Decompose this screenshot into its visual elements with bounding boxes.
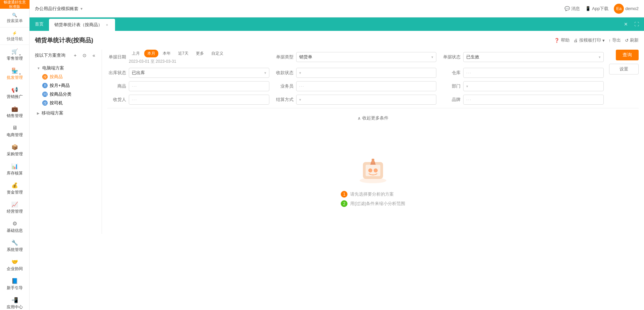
collapse-row: ∧ 收起更多条件: [107, 111, 639, 125]
date-filter-row: 单据日期 上月 本月 本年 近7天 更多 自定义: [107, 50, 269, 64]
doc-type-label: 单据类型: [275, 54, 293, 60]
tip-num-1: 1: [341, 191, 347, 198]
system-icon: 🔧: [11, 239, 18, 246]
tabbar-actions: ✕ ⛶: [621, 19, 644, 29]
topbar-message-btn[interactable]: 💬 消息: [565, 6, 580, 12]
topbar-title-text: 办公用品行业模拟账套: [35, 6, 78, 12]
receipt-status-select[interactable]: ▾: [296, 68, 437, 78]
topbar-user[interactable]: Ea demo2: [614, 4, 639, 14]
tab-close-all-btn[interactable]: ✕: [621, 19, 631, 29]
staff-input[interactable]: ···: [296, 81, 437, 91]
tab-fullscreen-btn[interactable]: ⛶: [632, 19, 641, 29]
product-input[interactable]: ···: [129, 81, 269, 91]
sidebar-item-finance[interactable]: 💰 资金管理: [7, 179, 23, 198]
sidebar-item-purchase[interactable]: 📦 采购管理: [7, 141, 23, 160]
left-panel-icons: + ⊙ «: [71, 52, 98, 59]
doc-status-value: 已生效: [466, 54, 479, 60]
tab-home[interactable]: 首页: [30, 17, 49, 31]
empty-illustration: [353, 152, 393, 186]
tree-mobile-arrow-icon: ▶: [37, 111, 40, 115]
topbar-app-btn[interactable]: 📱 App下载: [585, 6, 608, 12]
tip-text-2: 用[过滤]条件来缩小分析范围: [350, 201, 405, 207]
left-panel-add-btn[interactable]: +: [71, 52, 79, 59]
sidebar-item-enterprise[interactable]: 🤝 企业协同: [7, 255, 23, 274]
sidebar-quicknav-item[interactable]: ⚡ 快捷导航: [0, 28, 29, 45]
tree-group-desktop-header[interactable]: ▼ 电脑端方案: [35, 64, 98, 72]
sidebar-item-inventory[interactable]: 📊 库存核算: [7, 160, 23, 179]
tree-group-mobile-header[interactable]: ▶ 移动端方案: [35, 109, 98, 117]
doc-status-select[interactable]: 已生效 ▾: [463, 52, 604, 62]
date-btn-custom[interactable]: 自定义: [208, 50, 226, 57]
collapse-label: 收起更多条件: [362, 115, 388, 121]
tree-item-by-product[interactable]: 按 按商品: [35, 72, 98, 81]
date-btn-7days[interactable]: 近7天: [175, 50, 192, 57]
doc-type-dropdown-icon: ▾: [431, 55, 433, 59]
date-range-text: 2023-03-01 至 2023-03-31: [129, 59, 269, 64]
query-button[interactable]: 查询: [616, 50, 639, 60]
sidebar-item-system[interactable]: 🔧 系统管理: [7, 236, 23, 255]
warehouse-label: 仓库: [442, 70, 461, 76]
doc-type-select[interactable]: 销货单 ▾: [296, 52, 437, 62]
brand-filter-row: 品牌 ···: [442, 95, 604, 105]
recipient-input[interactable]: ···: [129, 95, 269, 105]
tree-item-by-scanner[interactable]: 按 按司机: [35, 99, 98, 107]
payment-select[interactable]: ▾: [296, 95, 437, 105]
right-panel: 单据日期 上月 本月 本年 近7天 更多 自定义: [102, 50, 639, 234]
collapse-icon: ∧: [358, 116, 361, 121]
tab-close-icon[interactable]: ×: [104, 22, 110, 28]
refresh-btn[interactable]: ↺ 刷新: [625, 37, 639, 43]
help-btn[interactable]: ❓ 帮助: [554, 37, 570, 43]
tree-group-desktop: ▼ 电脑端方案 按 按商品 月 按月+商品 同: [35, 64, 98, 107]
setting-button[interactable]: 设置: [609, 64, 639, 74]
collapse-btn[interactable]: ∧ 收起更多条件: [354, 114, 392, 122]
date-btn-more[interactable]: 更多: [193, 50, 207, 57]
tree-item-by-month-label: 按月+商品: [50, 83, 70, 89]
guide-label: 新手引导: [7, 285, 23, 291]
inventory-label: 库存核算: [7, 170, 23, 176]
ecommerce-label: 电商管理: [7, 132, 23, 138]
date-btn-this-year[interactable]: 本年: [160, 50, 174, 57]
enterprise-label: 企业协同: [7, 266, 23, 272]
sidebar-item-retail[interactable]: 🛒 零售管理 ▾: [7, 45, 23, 64]
tree-group-mobile-label: 移动端方案: [42, 110, 63, 116]
date-btn-this-month[interactable]: 本月: [144, 50, 158, 57]
receipt-status-label: 收款状态: [275, 70, 293, 76]
sidebar-item-guide[interactable]: 📘 新手引导: [7, 274, 23, 294]
page-body: 按以下方案查询 + ⊙ « ▼ 电脑端方案: [35, 50, 639, 234]
warehouse-input[interactable]: ···: [463, 68, 604, 78]
receipt-status-dropdown-icon: ▾: [299, 71, 301, 75]
marketing-label: 营销推广: [7, 94, 23, 100]
sidebar-item-appstore[interactable]: 📲 应用中心: [7, 294, 23, 310]
export-btn[interactable]: ↑ 导出: [609, 37, 621, 43]
tree-item-by-category[interactable]: 同 按商品分类: [35, 90, 98, 99]
svg-rect-2: [366, 165, 380, 176]
inventory-icon: 📊: [11, 162, 18, 170]
tab-sales-stat[interactable]: 销货单统计表（按商品） ×: [49, 19, 115, 31]
sidebar-item-marketing[interactable]: 📢 营销推广: [7, 83, 23, 102]
sidebar-item-wholesale[interactable]: 🏪 批发管理 ▾: [7, 64, 23, 83]
page-header: 销货单统计表(按商品) ❓ 帮助 🖨 按模板打印 ▾ ↑ 导出: [35, 36, 639, 44]
sidebar-item-sales[interactable]: 💼 销售管理: [7, 102, 23, 121]
avatar: Ea: [614, 4, 624, 14]
template-print-btn[interactable]: 🖨 按模板打印 ▾: [574, 37, 605, 43]
sidebar-logo-subtext: 标准版: [9, 4, 20, 9]
out-status-filter-row: 出库状态 已出库 ▾: [107, 68, 269, 78]
sales-icon: 💼: [11, 105, 18, 112]
dept-select[interactable]: ▾: [463, 81, 604, 91]
left-panel-header: 按以下方案查询 + ⊙ «: [35, 50, 98, 61]
out-status-label: 出库状态: [107, 70, 126, 76]
sidebar-item-ecommerce[interactable]: 🖥 电商管理: [7, 121, 23, 141]
retail-icon: 🛒: [11, 48, 18, 55]
sidebar-search-item[interactable]: 🔍 搜索菜单: [0, 9, 29, 28]
left-panel-settings-btn[interactable]: ⊙: [81, 52, 88, 59]
retail-label: 零售管理: [7, 56, 23, 61]
out-status-select[interactable]: 已出库 ▾: [129, 68, 269, 78]
left-panel-collapse-btn[interactable]: «: [90, 52, 98, 59]
sidebar-item-operation[interactable]: 📈 经营管理: [7, 198, 23, 217]
brand-input[interactable]: ···: [463, 95, 604, 105]
sidebar-item-basic[interactable]: ⚙ 基础信息: [7, 217, 23, 236]
date-btn-last-month[interactable]: 上月: [129, 50, 143, 57]
tab-home-label: 首页: [35, 21, 44, 27]
tree-item-by-scanner-icon: 按: [42, 100, 48, 106]
tree-item-by-month-product[interactable]: 月 按月+商品: [35, 81, 98, 90]
